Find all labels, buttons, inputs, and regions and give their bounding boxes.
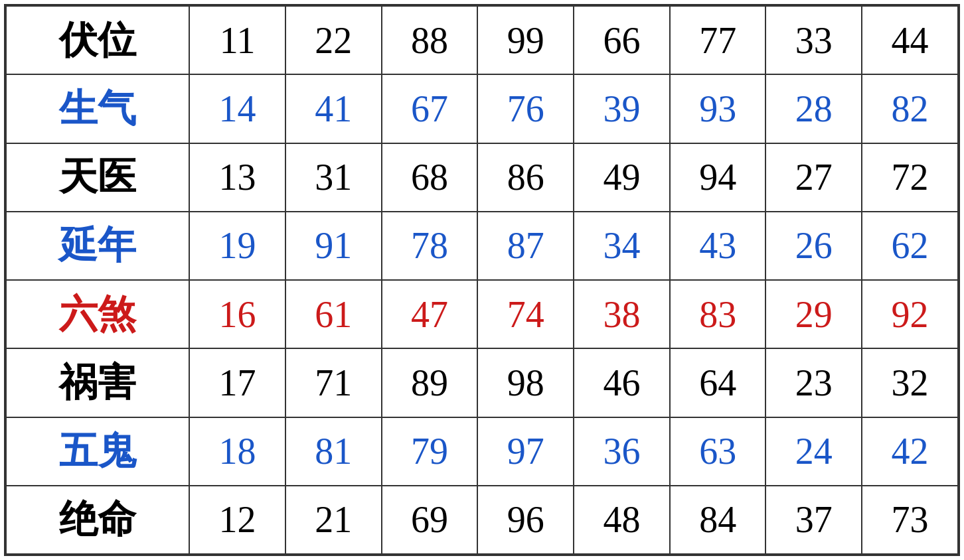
cell-yannian-0: 19 (189, 212, 285, 280)
cell-tianyi-4: 49 (574, 143, 670, 212)
cell-yannian-4: 34 (574, 212, 670, 280)
label-wugui: 五鬼 (6, 417, 189, 486)
cell-shengqi-3: 76 (477, 74, 574, 143)
cell-tianyi-5: 94 (670, 143, 766, 212)
cell-jueming-2: 69 (382, 486, 478, 554)
cell-yannian-6: 26 (765, 212, 862, 280)
cell-fuwei-2: 88 (382, 6, 478, 74)
cell-yannian-3: 87 (477, 212, 574, 280)
cell-jueming-4: 48 (574, 486, 670, 554)
cell-jueming-5: 84 (670, 486, 766, 554)
cell-jueming-0: 12 (189, 486, 285, 554)
table-row-jueming: 绝命1221699648843773 (6, 486, 958, 554)
cell-huohai-0: 17 (189, 348, 285, 417)
cell-liusha-3: 74 (477, 280, 574, 348)
cell-huohai-6: 23 (765, 348, 862, 417)
table-row-liusha: 六煞1661477438832992 (6, 280, 958, 348)
cell-shengqi-7: 82 (862, 74, 958, 143)
table-row-tianyi: 天医1331688649942772 (6, 143, 958, 212)
cell-huohai-7: 32 (862, 348, 958, 417)
cell-fuwei-3: 99 (477, 6, 574, 74)
cell-jueming-6: 37 (765, 486, 862, 554)
data-table: 伏位1122889966773344生气1441677639932882天医13… (5, 5, 959, 555)
cell-liusha-5: 83 (670, 280, 766, 348)
cell-wugui-4: 36 (574, 417, 670, 486)
cell-yannian-5: 43 (670, 212, 766, 280)
cell-fuwei-4: 66 (574, 6, 670, 74)
cell-wugui-6: 24 (765, 417, 862, 486)
cell-shengqi-0: 14 (189, 74, 285, 143)
cell-shengqi-2: 67 (382, 74, 478, 143)
cell-wugui-0: 18 (189, 417, 285, 486)
cell-shengqi-5: 93 (670, 74, 766, 143)
cell-huohai-5: 64 (670, 348, 766, 417)
cell-wugui-3: 97 (477, 417, 574, 486)
cell-tianyi-6: 27 (765, 143, 862, 212)
label-tianyi: 天医 (6, 143, 189, 212)
cell-shengqi-4: 39 (574, 74, 670, 143)
cell-tianyi-2: 68 (382, 143, 478, 212)
label-yannian: 延年 (6, 212, 189, 280)
cell-huohai-4: 46 (574, 348, 670, 417)
cell-tianyi-0: 13 (189, 143, 285, 212)
table-row-yannian: 延年1991788734432662 (6, 212, 958, 280)
cell-jueming-7: 73 (862, 486, 958, 554)
main-table-container: 伏位1122889966773344生气1441677639932882天医13… (4, 4, 960, 556)
label-fuwei: 伏位 (6, 6, 189, 74)
label-huohai: 祸害 (6, 348, 189, 417)
cell-fuwei-5: 77 (670, 6, 766, 74)
cell-tianyi-1: 31 (285, 143, 382, 212)
table-row-wugui: 五鬼1881799736632442 (6, 417, 958, 486)
cell-liusha-2: 47 (382, 280, 478, 348)
table-row-shengqi: 生气1441677639932882 (6, 74, 958, 143)
cell-yannian-1: 91 (285, 212, 382, 280)
cell-tianyi-7: 72 (862, 143, 958, 212)
cell-fuwei-1: 22 (285, 6, 382, 74)
cell-fuwei-7: 44 (862, 6, 958, 74)
cell-shengqi-1: 41 (285, 74, 382, 143)
table-row-huohai: 祸害1771899846642332 (6, 348, 958, 417)
label-shengqi: 生气 (6, 74, 189, 143)
cell-wugui-7: 42 (862, 417, 958, 486)
cell-liusha-4: 38 (574, 280, 670, 348)
label-jueming: 绝命 (6, 486, 189, 554)
cell-huohai-1: 71 (285, 348, 382, 417)
table-row-fuwei: 伏位1122889966773344 (6, 6, 958, 74)
cell-huohai-3: 98 (477, 348, 574, 417)
cell-fuwei-0: 11 (189, 6, 285, 74)
cell-liusha-6: 29 (765, 280, 862, 348)
cell-huohai-2: 89 (382, 348, 478, 417)
cell-fuwei-6: 33 (765, 6, 862, 74)
label-liusha: 六煞 (6, 280, 189, 348)
cell-jueming-1: 21 (285, 486, 382, 554)
cell-wugui-2: 79 (382, 417, 478, 486)
cell-tianyi-3: 86 (477, 143, 574, 212)
cell-wugui-1: 81 (285, 417, 382, 486)
cell-liusha-0: 16 (189, 280, 285, 348)
cell-liusha-1: 61 (285, 280, 382, 348)
cell-wugui-5: 63 (670, 417, 766, 486)
cell-yannian-7: 62 (862, 212, 958, 280)
cell-jueming-3: 96 (477, 486, 574, 554)
cell-shengqi-6: 28 (765, 74, 862, 143)
cell-liusha-7: 92 (862, 280, 958, 348)
cell-yannian-2: 78 (382, 212, 478, 280)
